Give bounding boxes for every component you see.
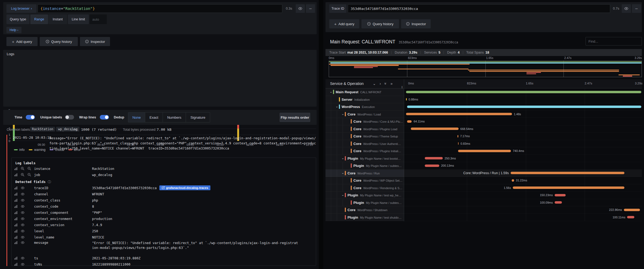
span-duration-bar[interactable]	[407, 106, 641, 108]
span-timeline-cell[interactable]: 740.4ms	[404, 147, 642, 155]
span-duration-bar[interactable]	[411, 128, 459, 130]
span-name-cell[interactable]: PluginMy Plugin Name / subtes…	[325, 199, 404, 207]
stats-icon[interactable]	[14, 236, 18, 239]
span-duration-bar[interactable]	[425, 157, 443, 159]
span-timeline-cell[interactable]: 200.13ms	[404, 162, 642, 170]
span-duration-bar[interactable]	[406, 98, 407, 100]
show-field-icon[interactable]	[21, 217, 25, 221]
stats-icon[interactable]	[14, 199, 18, 202]
filter-for-value-icon[interactable]	[21, 167, 24, 170]
show-field-icon[interactable]	[21, 223, 25, 227]
span-name-cell[interactable]: CoreWordPress / Shutdown	[325, 206, 404, 214]
column-resize-handle[interactable]: ∥	[401, 86, 403, 88]
stats-icon[interactable]	[14, 217, 18, 221]
hide-response-button[interactable]	[296, 4, 305, 13]
span-timeline-cell[interactable]	[404, 103, 642, 111]
span-duration-bar[interactable]	[555, 201, 562, 204]
show-field-icon[interactable]	[21, 235, 25, 239]
stats-icon[interactable]	[14, 241, 18, 244]
span-duration-bar[interactable]	[555, 194, 565, 196]
remove-query-button[interactable]: –	[306, 4, 315, 13]
span-collapse-chevron-icon[interactable]: ⌄	[341, 171, 344, 174]
filter-out-value-icon[interactable]	[27, 173, 31, 177]
span-name-cell[interactable]: ⌄PluginMy Plugin Name / test wp_he…	[325, 192, 404, 199]
span-name-cell[interactable]: CoreWordPress / WP Object Set…	[325, 177, 404, 184]
span-name-cell[interactable]: ⌄PluginMy Plugin Name / test bootst…	[325, 155, 404, 162]
span-collapse-chevron-icon[interactable]: ⌄	[341, 112, 344, 115]
stats-icon[interactable]	[14, 192, 18, 196]
stats-icon[interactable]	[14, 186, 18, 190]
legend-item-warning[interactable]: warning	[29, 148, 45, 152]
span-collapse-chevron-icon[interactable]: ⌄	[341, 156, 344, 160]
dedup-option-exact[interactable]: Exact	[145, 113, 163, 122]
logql-query-input[interactable]: {instance="RackStation"}	[38, 4, 282, 13]
filter-out-value-icon[interactable]	[27, 167, 31, 170]
span-duration-bar[interactable]	[513, 186, 624, 189]
trace-find-input[interactable]	[586, 37, 642, 46]
help-button[interactable]: Help ›	[6, 27, 21, 33]
dedup-option-numbers[interactable]: Numbers	[163, 113, 186, 122]
span-timeline-cell[interactable]: Core::WordPress / Run | 1.59s	[404, 170, 642, 177]
wrap-lines-toggle[interactable]	[100, 115, 109, 119]
stats-icon[interactable]	[14, 229, 18, 233]
log-browser-button[interactable]: Log browser ›	[6, 4, 36, 13]
span-duration-bar[interactable]	[512, 179, 514, 182]
show-field-icon[interactable]	[21, 211, 25, 215]
span-timeline-cell[interactable]: 100.09ms	[404, 199, 642, 207]
span-timeline-cell[interactable]: 250.3ms	[404, 155, 642, 162]
span-row[interactable]: ServerInitialization0.88ms	[325, 96, 642, 103]
span-name-cell[interactable]: ⌄Main RequestCALL:WFRONT	[325, 88, 404, 96]
span-timeline-cell[interactable]: 64.11ms	[404, 118, 642, 125]
derived-field-trace-link[interactable]: grafanacloud-decalog-traces	[159, 185, 210, 190]
show-field-icon[interactable]	[21, 241, 25, 245]
span-duration-bar[interactable]	[406, 113, 512, 115]
span-timeline-cell[interactable]: 0.88ms	[404, 96, 642, 103]
legend-item-info[interactable]: info	[14, 148, 24, 152]
span-row[interactable]: ⌄PluginMy Plugin Name / test wp_he…150.2…	[325, 192, 642, 199]
span-duration-bar[interactable]	[511, 172, 624, 174]
add-query-button[interactable]: + Add query	[6, 37, 38, 46]
span-timeline-cell[interactable]: 150.23ms	[404, 192, 642, 199]
show-field-icon[interactable]	[21, 192, 25, 196]
span-name-cell[interactable]: CoreWordPress / Theme Setup	[325, 133, 404, 140]
line-limit-input[interactable]: auto	[90, 14, 107, 24]
stats-icon[interactable]	[14, 256, 18, 260]
span-row[interactable]: CoreWordPress / User Authenti…0.83ms	[325, 140, 642, 148]
span-name-cell[interactable]: ⌄WordPressExecution	[325, 103, 404, 111]
dedup-option-none[interactable]: None	[128, 113, 145, 122]
span-row[interactable]: ⌄WordPressExecution	[325, 103, 642, 111]
log-row-message[interactable]: message="Error (E_NOTICE): "Undefined va…	[49, 136, 316, 151]
span-duration-bar[interactable]	[458, 142, 459, 145]
dedup-option-signature[interactable]: Signature	[186, 113, 210, 122]
flip-results-order-button[interactable]: Flip results order	[280, 113, 310, 122]
query-type-instant[interactable]: Instant	[48, 14, 67, 24]
span-timeline-cell[interactable]: 1.48s	[404, 111, 642, 118]
span-row[interactable]: ⌄PluginMy Plugin Name / test bootst…250.…	[325, 155, 642, 162]
remove-query-button[interactable]: –	[632, 4, 641, 13]
span-name-cell[interactable]: PluginMy Plugin Name / subtes…	[325, 162, 404, 170]
collapse-all-double-chevron-icon[interactable]: »	[383, 83, 388, 85]
span-name-cell[interactable]: CoreWordPress / Plugins Load	[325, 125, 404, 133]
span-name-cell[interactable]: ⌄CoreWordPress / Run	[325, 170, 404, 177]
show-field-icon[interactable]	[21, 186, 25, 190]
span-timeline-cell[interactable]: 668.54ms	[404, 125, 642, 133]
span-row[interactable]: PluginMy Plugin Name / subtes…100.09ms	[325, 199, 642, 207]
stats-icon[interactable]	[14, 173, 18, 177]
span-collapse-chevron-icon[interactable]: ⌄	[341, 193, 344, 196]
log-row-collapse-chevron-icon[interactable]: ⌄	[9, 136, 11, 139]
span-duration-bar[interactable]	[624, 209, 640, 211]
span-timeline-cell[interactable]: 1.56s	[404, 184, 642, 192]
span-row[interactable]: PluginMy Plugin Name / subtes…200.13ms	[325, 162, 642, 170]
span-row[interactable]: ⌄CoreWordPress / RunCore::WordPress / Ru…	[325, 170, 642, 177]
stats-icon[interactable]	[14, 205, 18, 208]
show-field-icon[interactable]	[21, 262, 25, 266]
unique-labels-toggle[interactable]	[65, 115, 74, 119]
inspector-button[interactable]: Inspector	[401, 19, 431, 28]
stats-icon[interactable]	[14, 223, 18, 227]
span-duration-bar[interactable]	[425, 165, 439, 167]
stats-icon[interactable]	[14, 211, 18, 214]
span-duration-bar[interactable]	[406, 91, 641, 93]
span-name-cell[interactable]: ServerInitialization	[325, 96, 404, 103]
show-field-icon[interactable]	[21, 198, 25, 202]
hide-response-button[interactable]	[622, 4, 631, 13]
